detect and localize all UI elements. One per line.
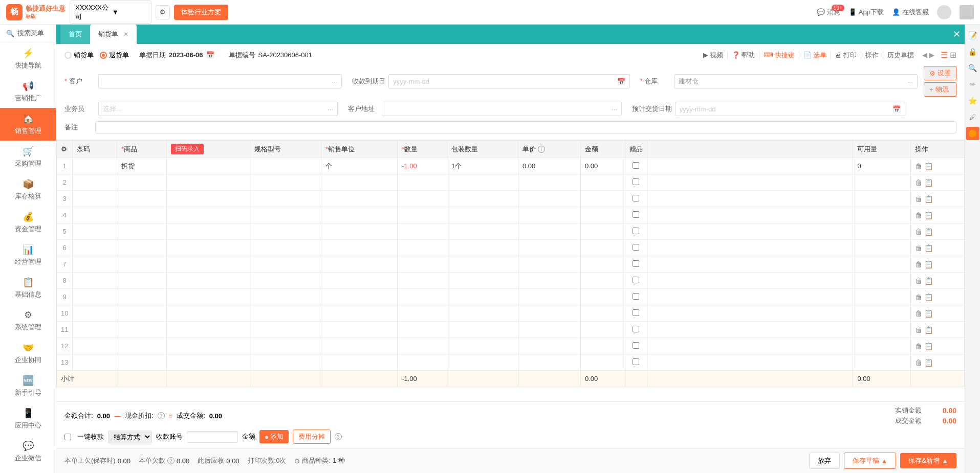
cell-spec[interactable]	[250, 354, 321, 371]
cell-spec[interactable]	[250, 289, 321, 305]
delete-icon[interactable]: 🗑	[915, 342, 922, 350]
cell-gift[interactable]	[625, 174, 647, 191]
avatar[interactable]	[937, 5, 951, 19]
cell-amount[interactable]	[580, 191, 625, 207]
cell-qty[interactable]	[398, 174, 447, 191]
cell-barcode[interactable]	[73, 305, 117, 322]
right-panel-orange-icon[interactable]: 🟠	[966, 127, 979, 140]
cell-spec[interactable]	[250, 273, 321, 289]
cell-pack-qty[interactable]	[447, 223, 518, 240]
logistics-button[interactable]: + 物流	[924, 82, 956, 97]
sidebar-item-wechat[interactable]: 💬 企业微信	[0, 435, 56, 468]
cell-product[interactable]	[117, 174, 167, 191]
online-service-button[interactable]: 👤 在线客服	[892, 8, 929, 17]
cell-spec[interactable]	[250, 322, 321, 338]
cell-spec[interactable]	[250, 207, 321, 223]
delete-icon[interactable]: 🗑	[915, 277, 922, 285]
right-panel-search-icon[interactable]: 🔍	[966, 61, 979, 75]
cell-pack-qty[interactable]	[447, 354, 518, 371]
sidebar-item-quick-nav[interactable]: ⚡ 快捷导航	[0, 42, 56, 75]
col-setting[interactable]: ⚙	[57, 141, 73, 158]
cell-qty[interactable]	[398, 354, 447, 371]
cash-discount-info-icon[interactable]: ?	[158, 412, 165, 419]
cell-product[interactable]	[117, 354, 167, 371]
sidebar-item-basic[interactable]: 📋 基础信息	[0, 272, 56, 304]
cell-product[interactable]	[117, 273, 167, 289]
copy-icon[interactable]: 📋	[924, 260, 933, 268]
cell-barcode[interactable]	[73, 191, 117, 207]
salesperson-input[interactable]: 选择... ···	[98, 102, 338, 116]
cell-unit[interactable]	[321, 322, 397, 338]
cell-product[interactable]	[117, 338, 167, 354]
copy-icon[interactable]: 📋	[924, 211, 933, 219]
notes-input[interactable]	[95, 121, 956, 133]
cell-gift[interactable]	[625, 223, 647, 240]
sidebar-item-system[interactable]: ⚙ 系统管理	[0, 304, 56, 337]
sidebar-item-appcenter[interactable]: 📱 应用中心	[0, 402, 56, 435]
sidebar-search[interactable]: 🔍 搜索菜单	[0, 25, 56, 42]
quick-pay-checkbox[interactable]	[64, 434, 71, 440]
cell-unit[interactable]: 个	[321, 158, 397, 174]
cell-product[interactable]	[117, 191, 167, 207]
cell-barcode[interactable]	[73, 207, 117, 223]
cell-amount[interactable]	[580, 240, 625, 256]
cell-amount[interactable]	[580, 305, 625, 322]
delete-icon[interactable]: 🗑	[915, 162, 922, 170]
fee-split-info-icon[interactable]: ?	[335, 433, 342, 440]
tab-close-all[interactable]: ✕	[953, 29, 961, 40]
cell-unit[interactable]	[321, 338, 397, 354]
cell-barcode[interactable]	[73, 322, 117, 338]
tab-home[interactable]: 首页	[60, 25, 90, 44]
cell-qty[interactable]	[398, 322, 447, 338]
cell-gift[interactable]	[625, 354, 647, 371]
cell-price[interactable]	[518, 207, 580, 223]
cell-product[interactable]	[117, 223, 167, 240]
copy-icon[interactable]: 📋	[924, 178, 933, 187]
cell-barcode[interactable]	[73, 158, 117, 174]
toolbar-history[interactable]: 历史单据	[887, 51, 914, 60]
cell-pack-qty[interactable]	[447, 191, 518, 207]
cell-price[interactable]	[518, 305, 580, 322]
cell-amount[interactable]	[580, 289, 625, 305]
cell-amount[interactable]	[580, 256, 625, 273]
cell-amount[interactable]	[580, 354, 625, 371]
copy-icon[interactable]: 📋	[924, 162, 933, 170]
cell-pack-qty[interactable]	[447, 273, 518, 289]
setting-button[interactable]: ⚙ 设置	[924, 66, 956, 80]
copy-icon[interactable]: 📋	[924, 277, 933, 285]
cell-qty[interactable]	[398, 240, 447, 256]
cell-qty[interactable]	[398, 289, 447, 305]
cell-barcode[interactable]	[73, 223, 117, 240]
delivery-date-input[interactable]: yyyy-mm-dd 📅	[675, 102, 905, 116]
cell-price[interactable]	[518, 289, 580, 305]
cell-product[interactable]	[117, 305, 167, 322]
cell-price[interactable]	[518, 240, 580, 256]
copy-icon[interactable]: 📋	[924, 195, 933, 203]
delete-icon[interactable]: 🗑	[915, 228, 922, 236]
cell-pack-qty[interactable]	[447, 174, 518, 191]
right-panel-notes-icon[interactable]: 📝	[966, 29, 979, 42]
price-info-icon[interactable]: i	[538, 146, 545, 153]
delete-icon[interactable]: 🗑	[915, 309, 922, 318]
delete-icon[interactable]: 🗑	[915, 195, 922, 203]
payment-due-input[interactable]: yyyy-mm-dd 📅	[388, 74, 629, 88]
prev-arrow[interactable]: ◀	[922, 51, 927, 59]
cell-price[interactable]	[518, 223, 580, 240]
scan-button[interactable]: 扫码录入	[171, 144, 204, 154]
delete-icon[interactable]: 🗑	[915, 244, 922, 252]
delete-icon[interactable]: 🗑	[915, 358, 922, 367]
cell-gift[interactable]	[625, 305, 647, 322]
delete-icon[interactable]: 🗑	[915, 178, 922, 187]
cell-pack-qty[interactable]	[447, 240, 518, 256]
trial-button[interactable]: 体验行业方案	[174, 5, 228, 20]
cell-pack-qty[interactable]: 1个	[447, 158, 518, 174]
user-menu[interactable]	[960, 5, 974, 19]
cell-product[interactable]	[117, 322, 167, 338]
copy-icon[interactable]: 📋	[924, 244, 933, 252]
save-new-button[interactable]: 保存&新增 ▲	[900, 453, 956, 468]
copy-icon[interactable]: 📋	[924, 358, 933, 367]
cell-price[interactable]	[518, 322, 580, 338]
right-panel-lock-icon[interactable]: 🔒	[966, 45, 979, 58]
cell-barcode[interactable]	[73, 289, 117, 305]
delete-icon[interactable]: 🗑	[915, 260, 922, 268]
